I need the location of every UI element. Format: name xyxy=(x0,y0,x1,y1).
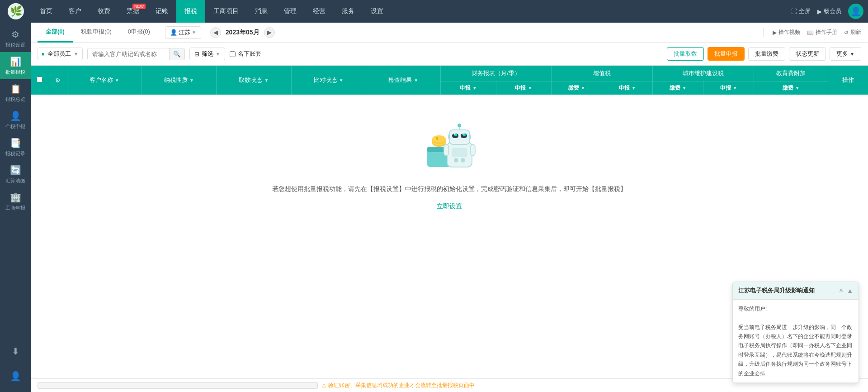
member-icon: ▶ xyxy=(817,8,822,15)
logo-area[interactable]: 🌿 xyxy=(5,0,27,23)
notification-title: 江苏电子税务局升级影响通知 xyxy=(738,287,815,295)
chevron-down-icon: ▼ xyxy=(192,30,196,35)
filter-icon[interactable]: ▼ xyxy=(414,78,418,83)
nav-item-2[interactable]: 收费 xyxy=(90,0,118,23)
notification-close-x[interactable]: × xyxy=(839,287,843,294)
personal-tax-icon: 👤 xyxy=(10,110,21,121)
account-checkbox[interactable] xyxy=(230,51,236,57)
nav-item-3[interactable]: 票据NEW xyxy=(118,0,147,23)
employee-select[interactable]: ■ 全部员工 ▼ xyxy=(38,48,83,60)
toolbar-right-buttons: 批量取数 批量申报 批量缴费 状态更新 更多 ▼ xyxy=(667,47,861,61)
data-table: ⚙ 客户名称 ▼ 纳税性质 ▼ xyxy=(31,66,868,238)
svg-point-21 xyxy=(454,158,458,163)
nav-item-5[interactable]: 报税 xyxy=(176,0,205,23)
chevron-down-icon: ▼ xyxy=(216,52,220,57)
fullscreen-button[interactable]: ⛶ 全屏 xyxy=(791,7,811,15)
nav-item-1[interactable]: 客户 xyxy=(61,0,90,23)
next-month-button[interactable]: ▶ xyxy=(264,27,275,38)
search-box: 🔍 xyxy=(87,48,185,60)
tab-tax-declare[interactable]: 税款申报(0) xyxy=(73,23,120,43)
vat-pay-header: 缴费 ▼ xyxy=(552,81,602,95)
filter-icon[interactable]: ▼ xyxy=(682,86,687,91)
province-selector[interactable]: 👤 江苏 ▼ xyxy=(165,26,201,39)
nav-item-4[interactable]: 记账 xyxy=(147,0,176,23)
edu-declare-header: 申报 ▼ xyxy=(703,81,754,95)
top-navigation: 🌿 首页客户收费票据NEW记账报税工商项目消息管理经营服务设置 ⛶ 全屏 ▶ 畅… xyxy=(0,0,868,23)
empty-message: 若您想使用批量报税功能，请先在【报税设置】中进行报税的初始化设置，完成密码验证和… xyxy=(272,185,627,193)
tax-nature-header: 纳税性质 ▼ xyxy=(142,66,216,95)
table-header-row: ⚙ 客户名称 ▼ 纳税性质 ▼ xyxy=(31,66,868,81)
horizontal-scrollbar[interactable] xyxy=(38,382,318,389)
city-pay-header: 缴费 ▼ xyxy=(653,81,703,95)
refresh-button[interactable]: ↺ 刷新 xyxy=(844,29,861,36)
notification-scroll-up[interactable]: ▲ xyxy=(847,287,853,294)
nav-item-8[interactable]: 管理 xyxy=(276,0,305,23)
sidebar-user-icon[interactable]: 👤 xyxy=(0,365,31,387)
nav-items: 首页客户收费票据NEW记账报税工商项目消息管理经营服务设置 xyxy=(32,0,791,23)
sidebar-item-tax-records[interactable]: 📑 报税记录 xyxy=(0,134,31,161)
annual-reconcile-icon: 🔄 xyxy=(10,165,21,176)
sidebar-download-icon[interactable]: ⬇ xyxy=(0,340,31,363)
filter-icon[interactable]: ▼ xyxy=(528,86,532,91)
nav-item-7[interactable]: 消息 xyxy=(247,0,276,23)
nav-item-6[interactable]: 工商项目 xyxy=(205,0,247,23)
batch-declare-button[interactable]: 批量申报 xyxy=(708,47,745,61)
search-input[interactable] xyxy=(88,48,169,60)
batch-pay-button[interactable]: 批量缴费 xyxy=(748,47,785,61)
tab-zero-declare[interactable]: 0申报(0) xyxy=(120,23,158,43)
user-avatar[interactable]: 👤 xyxy=(848,4,863,19)
edu-surcharge-header: 教育费附加 xyxy=(754,66,828,81)
account-checkbox-label[interactable]: 名下账套 xyxy=(230,50,261,58)
nav-item-0[interactable]: 首页 xyxy=(32,0,61,23)
search-button[interactable]: 🔍 xyxy=(169,48,184,60)
svg-rect-24 xyxy=(471,144,475,156)
settings-header: ⚙ xyxy=(49,66,67,95)
status-update-button[interactable]: 状态更新 xyxy=(789,47,826,61)
filter-icon: ⊟ xyxy=(194,51,199,57)
filter-icon[interactable]: ▼ xyxy=(264,78,269,83)
filter-icon[interactable]: ▼ xyxy=(733,86,737,91)
filter-icon[interactable]: ▼ xyxy=(581,86,585,91)
more-button[interactable]: 更多 ▼ xyxy=(830,47,861,61)
batch-fetch-button[interactable]: 批量取数 xyxy=(667,47,704,61)
chevron-down-icon: ▼ xyxy=(850,52,854,57)
svg-point-5 xyxy=(432,135,446,143)
sidebar-item-annual-report[interactable]: 🏢 工商年报 xyxy=(0,188,31,215)
filter-button[interactable]: ⊟ 筛选 ▼ xyxy=(189,48,225,60)
tab-all[interactable]: 全部(0) xyxy=(38,23,73,43)
filter-icon[interactable]: ▼ xyxy=(115,78,119,83)
sidebar-item-batch-tax[interactable]: 📊 批量报税 xyxy=(0,52,31,79)
financial-declare-header: 申报 ▼ xyxy=(441,81,496,95)
employee-icon: ■ xyxy=(42,51,45,57)
select-all-checkbox[interactable] xyxy=(37,76,42,82)
operation-video-button[interactable]: ▶ 操作视频 xyxy=(773,29,800,36)
prev-month-button[interactable]: ◀ xyxy=(210,27,221,38)
filter-icon[interactable]: ▼ xyxy=(189,78,194,83)
operation-manual-button[interactable]: 📖 操作手册 xyxy=(807,29,837,36)
filter-icon[interactable]: ▼ xyxy=(632,86,636,91)
nav-item-11[interactable]: 设置 xyxy=(363,0,392,23)
tax-records-icon: 📑 xyxy=(10,138,21,148)
nav-item-9[interactable]: 经营 xyxy=(305,0,334,23)
tax-overview-icon: 📋 xyxy=(10,83,21,94)
edu-pay-header: 缴费 ▼ xyxy=(754,81,828,95)
sidebar-item-personal-tax[interactable]: 👤 个税申报 xyxy=(0,106,31,134)
tax-settings-icon: ⚙ xyxy=(11,29,19,40)
vat-declare-header: 申报 ▼ xyxy=(496,81,551,95)
svg-point-14 xyxy=(454,134,455,135)
checkbox-header xyxy=(31,66,49,95)
setup-link[interactable]: 立即设置 xyxy=(437,202,462,210)
check-result-header: 检查结果 ▼ xyxy=(366,66,440,95)
filter-icon[interactable]: ▼ xyxy=(339,78,344,83)
filter-icon[interactable]: ▼ xyxy=(472,86,477,91)
sidebar-item-tax-overview[interactable]: 📋 报税总览 xyxy=(0,79,31,106)
svg-rect-23 xyxy=(444,144,448,156)
sidebar-item-annual-reconcile[interactable]: 🔄 汇算清缴 xyxy=(0,161,31,188)
nav-item-10[interactable]: 服务 xyxy=(334,0,363,23)
city-declare-header: 申报 ▼ xyxy=(602,81,653,95)
video-icon: ▶ xyxy=(773,29,777,36)
sidebar-item-tax-settings[interactable]: ⚙ 报税设置 xyxy=(0,25,31,52)
member-button[interactable]: ▶ 畅会员 xyxy=(817,7,841,15)
top-nav-right: ⛶ 全屏 ▶ 畅会员 👤 xyxy=(791,4,863,19)
filter-icon[interactable]: ▼ xyxy=(795,86,800,91)
